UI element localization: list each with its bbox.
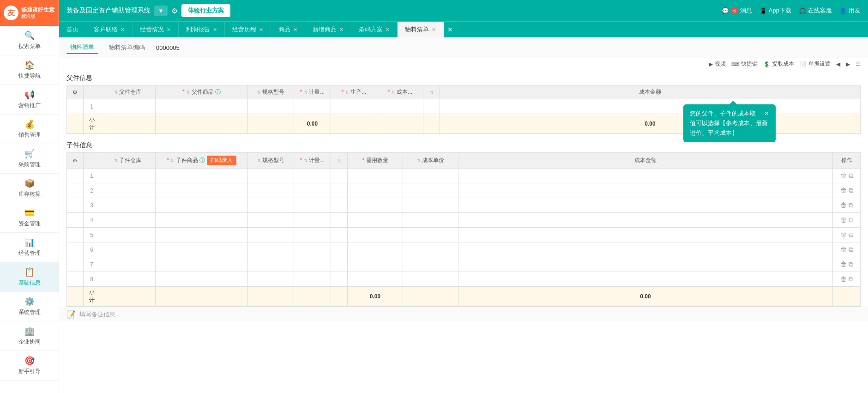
child-row-warehouse[interactable] [100,198,156,213]
child-row-goods[interactable] [156,272,248,287]
child-row-warehouse[interactable] [100,242,156,257]
child-row-cost-unit[interactable] [403,183,458,198]
tab-goods-close[interactable]: ✕ [293,27,297,33]
note-placeholder[interactable]: 填写备注信息 [79,310,115,319]
child-row-qty[interactable] [348,169,403,183]
copy-row-icon[interactable]: ⧉ [849,246,853,254]
copy-row-icon[interactable]: ⧉ [849,260,853,268]
tab-profit-close[interactable]: ✕ [213,27,217,33]
tab-bom-close[interactable]: ✕ [432,27,436,33]
child-row-spec[interactable] [248,183,294,198]
sidebar-item-search[interactable]: 🔍 搜索菜单 [0,26,59,55]
tab-profit[interactable]: 利润报告 ✕ [179,22,225,37]
child-row-measure[interactable] [294,272,331,287]
parent-row-production[interactable] [331,99,377,114]
child-row-cost-unit[interactable] [403,169,458,183]
system-dropdown[interactable]: ▼ [154,6,168,16]
tab-history-close[interactable]: ✕ [259,27,263,33]
child-row-warehouse[interactable] [100,228,156,242]
child-row-cost-unit[interactable] [403,213,458,228]
child-row-measure[interactable] [294,183,331,198]
child-row-measure[interactable] [294,228,331,242]
tab-barcode-close[interactable]: ✕ [386,27,390,33]
scan-button[interactable]: 扫码录入 [207,156,236,165]
tab-bom[interactable]: 物料清单 ✕ [398,22,444,37]
tab-operation-close[interactable]: ✕ [167,27,171,33]
child-row-cost-unit[interactable] [403,198,458,213]
child-row-spec[interactable] [248,242,294,257]
child-row-goods[interactable] [156,183,248,198]
child-row-qty[interactable] [348,228,403,242]
sidebar-item-marketing[interactable]: 📢 营销推广 [0,85,59,115]
delete-row-icon[interactable]: 🗑 [840,275,847,283]
child-row-goods[interactable] [156,169,248,183]
sidebar-item-inventory[interactable]: 📦 库存核算 [0,174,59,203]
online-service-button[interactable]: 🎧 在线客服 [799,6,832,15]
parent-row-warehouse[interactable] [100,99,156,114]
settings-icon[interactable]: ⚙ [171,6,178,15]
child-row-warehouse[interactable] [100,169,156,183]
sidebar-item-basic[interactable]: 📋 基础信息 [0,262,59,292]
sidebar-item-system[interactable]: ⚙️ 系统管理 [0,292,59,321]
parent-row-spec[interactable] [248,99,294,114]
sidebar-item-operation[interactable]: 📊 经营管理 [0,233,59,262]
child-row-measure[interactable] [294,198,331,213]
user-avatar[interactable]: 👤 用友 [839,6,861,15]
child-row-cost-unit[interactable] [403,228,458,242]
parent-row-measure[interactable] [294,99,331,114]
sidebar-item-enterprise[interactable]: 🏢 企业协同 [0,321,59,351]
child-row-warehouse[interactable] [100,272,156,287]
copy-row-icon[interactable]: ⧉ [849,201,853,209]
sidebar-item-finance[interactable]: 💳 资金管理 [0,203,59,233]
tab-new-goods-close[interactable]: ✕ [339,27,344,33]
delete-row-icon[interactable]: 🗑 [840,246,847,254]
tab-customer[interactable]: 客户联络 ✕ [86,22,133,37]
child-row-spec[interactable] [248,169,294,183]
parent-row-goods[interactable] [156,99,248,114]
tab-customer-close[interactable]: ✕ [121,27,125,33]
toolbar-shortcut[interactable]: ⌨ 快捷键 [731,60,758,68]
tab-barcode[interactable]: 条码方案 ✕ [351,22,398,37]
child-row-goods[interactable] [156,228,248,242]
child-row-spec[interactable] [248,228,294,242]
th-settings[interactable]: ⚙ [67,85,84,99]
child-row-goods[interactable] [156,242,248,257]
parent-row-cost[interactable] [377,99,423,114]
sidebar-item-purchase[interactable]: 🛒 采购管理 [0,144,59,174]
toolbar-nav-next[interactable]: ▶ [846,61,850,67]
toolbar-view[interactable]: ▶ 视频 [709,60,726,68]
toolbar-single-settings[interactable]: 📄 单据设置 [800,60,831,68]
child-row-cost-unit[interactable] [403,257,458,272]
tab-home[interactable]: 首页 [59,22,86,37]
sidebar-item-guide[interactable]: 🎯 新手引导 [0,351,59,381]
child-th-settings[interactable]: ⚙ [67,153,84,169]
delete-row-icon[interactable]: 🗑 [840,201,847,209]
tab-goods[interactable]: 商品 ✕ [271,22,305,37]
child-row-qty[interactable] [348,183,403,198]
toolbar-nav-prev[interactable]: ◀ [836,61,840,67]
child-row-warehouse[interactable] [100,213,156,228]
tab-operation[interactable]: 经营情况 ✕ [133,22,179,37]
child-row-measure[interactable] [294,242,331,257]
copy-row-icon[interactable]: ⧉ [849,231,853,239]
delete-row-icon[interactable]: 🗑 [840,187,847,194]
delete-row-icon[interactable]: 🗑 [840,260,847,268]
copy-row-icon[interactable]: ⧉ [849,275,853,283]
delete-row-icon[interactable]: 🗑 [840,172,847,180]
child-row-measure[interactable] [294,257,331,272]
child-row-warehouse[interactable] [100,183,156,198]
child-row-measure[interactable] [294,213,331,228]
child-row-goods[interactable] [156,198,248,213]
delete-row-icon[interactable]: 🗑 [840,216,847,224]
child-row-qty[interactable] [348,213,403,228]
trial-button[interactable]: 体验行业方案 [181,4,230,17]
child-row-spec[interactable] [248,213,294,228]
child-row-spec[interactable] [248,257,294,272]
copy-row-icon[interactable]: ⧉ [849,172,853,180]
copy-row-icon[interactable]: ⧉ [849,216,853,224]
close-all-tabs[interactable]: ✕ [444,22,457,37]
sidebar-item-sales[interactable]: 💰 销售管理 [0,115,59,144]
tooltip-close-button[interactable]: ✕ [764,109,769,119]
tab-new-goods[interactable]: 新增商品 ✕ [305,22,351,37]
child-row-warehouse[interactable] [100,257,156,272]
